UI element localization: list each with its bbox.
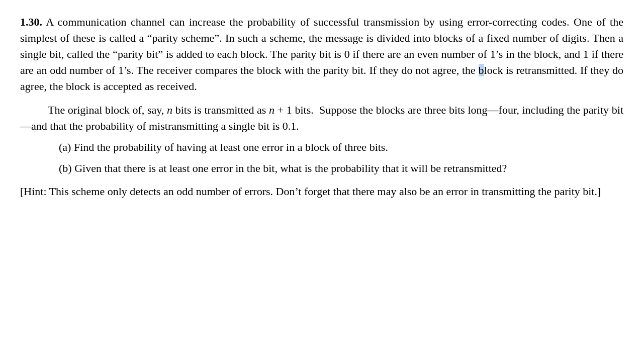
problem-number: 1.30. [20,16,42,28]
part-b: (b) Given that there is at least one err… [59,160,623,176]
paragraph-1: 1.30. A communication channel can increa… [20,14,623,94]
problem-container: 1.30. A communication channel can increa… [20,14,623,200]
part-a-text: Find the probability of having at least … [74,141,388,153]
part-a-label: (a) [59,141,71,153]
part-a: (a) Find the probability of having at le… [59,139,623,155]
variable-n1: n [167,104,172,116]
hint: [Hint: This scheme only detects an odd n… [20,184,623,200]
part-b-label: (b) [59,162,72,174]
paragraph-2: The original block of, say, n bits is tr… [20,102,623,134]
part-b-text: Given that there is at least one error i… [74,162,507,174]
highlighted-word: b [479,64,484,76]
variable-n2: n [269,104,274,116]
